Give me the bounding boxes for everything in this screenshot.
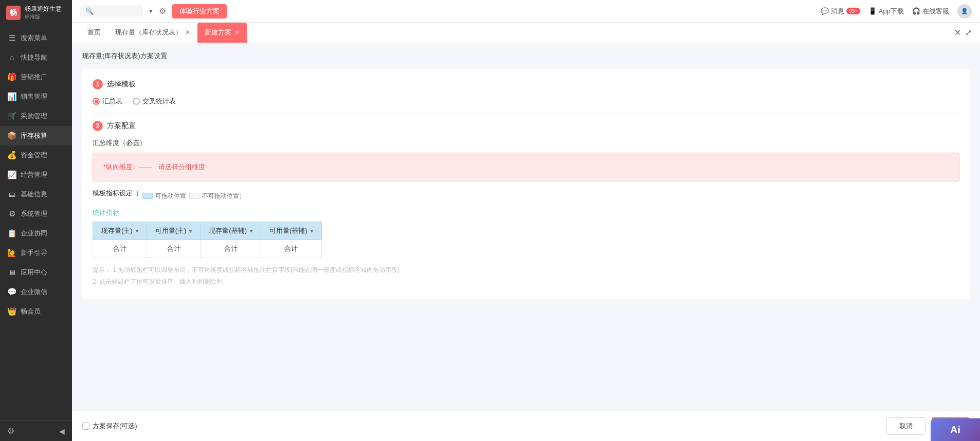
main-area: 🔍 ▾ ⚙ 体验行业方案 💬 消息 99+ 📱 App下载 🎧 在线客服 👤: [72, 0, 980, 441]
app-center-icon: 🖥: [7, 268, 16, 277]
tab-inventory-close[interactable]: ✕: [185, 29, 190, 36]
message-badge: 99+: [846, 8, 860, 14]
sidebar-item-label: 快捷导航: [21, 53, 47, 62]
dropdown-icon[interactable]: ▾: [149, 7, 153, 15]
tab-new-plan-close[interactable]: ✕: [234, 29, 240, 36]
sidebar-item-enterprise[interactable]: 📋 企业协同: [0, 224, 72, 243]
col-header-0[interactable]: 现存量(主) ▾: [93, 222, 147, 240]
sidebar-item-label: 营销推广: [21, 72, 47, 82]
collapse-icon[interactable]: ◀: [59, 427, 65, 435]
legend-draggable-label: 可拖动位置: [155, 192, 186, 200]
sidebar-item-marketing[interactable]: 🎁 营销推广: [0, 67, 72, 87]
col-3-chevron[interactable]: ▾: [311, 228, 313, 234]
app-name: 畅康通好生意: [25, 5, 62, 13]
sidebar-item-purchase[interactable]: 🛒 采购管理: [0, 106, 72, 126]
page-title: 现存量(库存状况表)方案设置: [82, 51, 970, 61]
footer-bar: 方案保存(可选) 取消 查询: [72, 411, 980, 441]
step1-number: 1: [93, 79, 103, 89]
radio-cross[interactable]: 交叉统计表: [133, 97, 176, 106]
sidebar-item-finance[interactable]: 💰 资金管理: [0, 145, 72, 165]
sidebar-item-search-menu[interactable]: ☰ 搜索菜单: [0, 28, 72, 48]
sales-icon: 📊: [7, 92, 16, 101]
col-2-chevron[interactable]: ▾: [250, 228, 252, 234]
cell-3: 合计: [261, 240, 322, 258]
search-menu-icon: ☰: [7, 33, 16, 43]
col-1-label: 可用量(主): [155, 226, 187, 235]
sidebar-item-operation[interactable]: 📈 经营管理: [0, 165, 72, 185]
col-0-chevron[interactable]: ▾: [136, 228, 138, 234]
col-header-2[interactable]: 现存量(基辅) ▾: [201, 222, 261, 240]
gear-icon[interactable]: ⚙: [159, 6, 166, 16]
radio-summary-circle[interactable]: [93, 98, 100, 105]
sidebar-item-label: 销售管理: [21, 92, 47, 101]
sidebar-item-label: 企业微信: [21, 287, 47, 297]
cancel-button[interactable]: 取消: [886, 417, 925, 435]
sidebar-item-wechat[interactable]: 💬 企业微信: [0, 282, 72, 302]
search-box[interactable]: 🔍: [80, 5, 143, 17]
ai-badge[interactable]: Ai: [931, 418, 980, 441]
tip-1: 提示： 1.拖动标题栏可以调整布局，不可跨维度或指标区域拖动栏目字段(只能在同一…: [93, 265, 959, 275]
dimension-box: *纵向维度 —— 请选择分组维度: [93, 153, 959, 181]
sidebar-item-label: 新手引导: [21, 248, 47, 258]
sidebar-item-inventory[interactable]: 📦 库存核算: [0, 126, 72, 145]
save-checkbox[interactable]: [82, 422, 89, 430]
sidebar-item-guide[interactable]: 🙋 新手引导: [0, 243, 72, 263]
sidebar-item-system[interactable]: ⚙ 系统管理: [0, 204, 72, 224]
tab-home[interactable]: 首页: [80, 23, 108, 43]
sidebar-item-sales[interactable]: 📊 销售管理: [0, 87, 72, 106]
radio-summary[interactable]: 汇总表: [93, 97, 122, 106]
tab-inventory[interactable]: 现存量（库存状况表） ✕: [108, 23, 197, 43]
online-service-btn[interactable]: 🎧 在线客服: [912, 7, 949, 16]
save-option[interactable]: 方案保存(可选): [82, 421, 137, 431]
search-icon: 🔍: [85, 7, 94, 15]
sidebar-item-member[interactable]: 👑 畅会员: [0, 302, 72, 321]
sidebar: 畅 畅康通好生意 标准版 ☰ 搜索菜单 ⌂ 快捷导航 🎁 营销推广 📊 销售管理…: [0, 0, 72, 441]
sidebar-item-app-center[interactable]: 🖥 应用中心: [0, 263, 72, 282]
step2-header: 2 方案配置: [93, 121, 959, 131]
content-area: 现存量(库存状况表)方案设置 1 选择模板 汇总表 交叉统计表 2: [72, 43, 980, 411]
member-icon: 👑: [7, 307, 16, 316]
col-1-chevron[interactable]: ▾: [189, 228, 192, 234]
step1-header: 1 选择模板: [93, 79, 959, 89]
guide-icon: 🙋: [7, 248, 16, 258]
message-btn[interactable]: 💬 消息 99+: [821, 7, 860, 16]
tips-section: 提示： 1.拖动标题栏可以调整布局，不可跨维度或指标区域拖动栏目字段(只能在同一…: [93, 265, 959, 287]
legend-non-draggable: 不可拖动位置）: [189, 192, 245, 200]
basic-info-icon: 🗂: [7, 190, 16, 199]
radio-cross-circle[interactable]: [133, 98, 140, 105]
sidebar-item-label: 资金管理: [21, 151, 47, 160]
logo-icon: 畅: [6, 6, 21, 20]
sidebar-item-label: 应用中心: [21, 268, 47, 277]
sidebar-item-basic-info[interactable]: 🗂 基础信息: [0, 185, 72, 204]
user-avatar[interactable]: 👤: [957, 4, 972, 19]
download-icon: 📱: [868, 7, 877, 15]
col-header-1[interactable]: 可用量(主) ▾: [147, 222, 201, 240]
settings-icon[interactable]: ⚙: [7, 426, 14, 436]
expand-btn[interactable]: ⤢: [965, 28, 972, 38]
topbar: 🔍 ▾ ⚙ 体验行业方案 💬 消息 99+ 📱 App下载 🎧 在线客服 👤: [72, 0, 980, 23]
sidebar-item-quick-nav[interactable]: ⌂ 快捷导航: [0, 48, 72, 67]
sidebar-item-label: 基础信息: [21, 190, 47, 199]
sidebar-menu: ☰ 搜索菜单 ⌂ 快捷导航 🎁 营销推广 📊 销售管理 🛒 采购管理 📦 库存核…: [0, 26, 72, 420]
cell-0: 合计: [93, 240, 147, 258]
search-input[interactable]: [97, 8, 138, 15]
col-header-3[interactable]: 可用量(基辅) ▾: [261, 222, 322, 240]
legend-draggable: 可拖动位置: [142, 192, 186, 200]
dimension-placeholder: 请选择分组维度: [158, 162, 205, 172]
window-controls: ✕ ⤢: [954, 28, 972, 38]
indicator-label: 模板指标设定（: [93, 189, 139, 198]
avatar-placeholder: 👤: [961, 8, 968, 14]
marketing-icon: 🎁: [7, 72, 16, 82]
cell-2: 合计: [201, 240, 261, 258]
tab-new-plan[interactable]: 新建方案 ✕: [197, 23, 247, 43]
app-download-btn[interactable]: 📱 App下载: [868, 7, 904, 16]
sidebar-item-label: 企业协同: [21, 229, 47, 238]
sidebar-item-label: 畅会员: [21, 307, 41, 316]
experience-btn[interactable]: 体验行业方案: [172, 4, 227, 19]
dimension-separator: ——: [139, 163, 152, 171]
wechat-icon: 💬: [7, 287, 16, 297]
col-0-label: 现存量(主): [101, 226, 133, 235]
dimension-required: *纵向维度: [103, 162, 133, 172]
sidebar-item-label: 经营管理: [21, 170, 47, 179]
close-btn[interactable]: ✕: [954, 28, 961, 38]
